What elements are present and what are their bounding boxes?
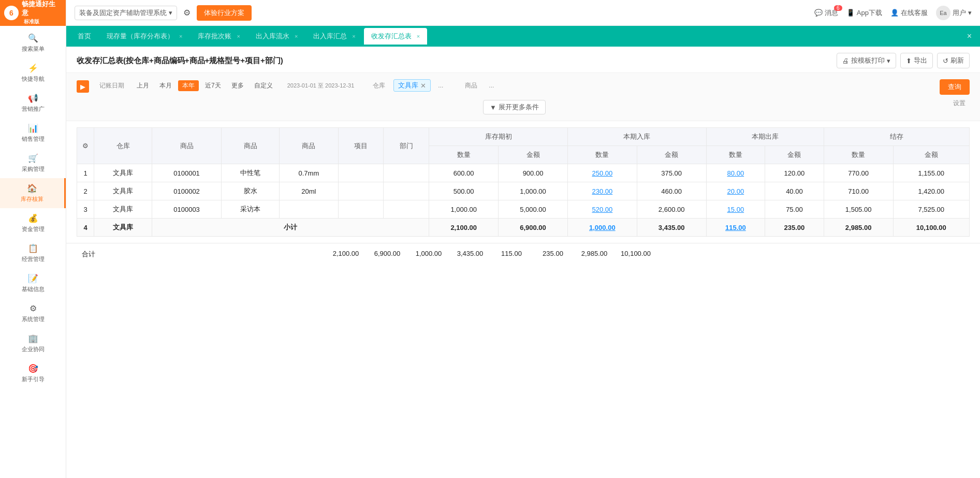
query-btn[interactable]: 查询 [940, 79, 970, 95]
goods-label: 商品 [465, 81, 477, 90]
sidebar-item-operations[interactable]: 📋经营管理 [0, 238, 66, 268]
sidebar-item-inventory[interactable]: 🏠库存核算 [0, 178, 66, 208]
sidebar-item-finance[interactable]: 💰资金管理 [0, 208, 66, 238]
expand-btn[interactable]: ▼ 展开更多条件 [483, 100, 546, 114]
sidebar-item-enterprise[interactable]: 🏢企业协同 [0, 328, 66, 358]
th-dept: 部门 [384, 128, 429, 164]
total-out-qty: 115.00 [491, 248, 532, 261]
sidebar-item-marketing[interactable]: 📢营销推广 [0, 88, 66, 118]
marketing-icon: 📢 [28, 93, 38, 103]
date-btn-自定义[interactable]: 自定义 [250, 80, 277, 91]
row-in-qty[interactable]: 250.00 [567, 164, 637, 182]
total-init-amt: 6,900.00 [367, 248, 408, 261]
tab-flow[interactable]: 出入库流水× [248, 28, 305, 45]
total-in-amt: 3,435.00 [449, 248, 491, 261]
quick-nav-icon: ⚡ [28, 63, 38, 73]
finance-icon: 💰 [28, 213, 38, 223]
sub-out-qty: 115.00 [706, 219, 765, 237]
th-project: 项目 [338, 128, 384, 164]
date-btn-更多[interactable]: 更多 [227, 80, 248, 91]
sidebar-label-finance: 资金管理 [22, 225, 45, 233]
print-icon: 🖨 [842, 57, 849, 65]
tab-home[interactable]: 首页 [70, 28, 98, 45]
expand-label: 展开更多条件 [499, 103, 539, 112]
sidebar-item-guide[interactable]: 🎯新手引导 [0, 358, 66, 388]
total-empty3 [201, 248, 242, 261]
page-inner: 收发存汇总表(按仓库+商品编码+商品+规格型号+项目+部门) 🖨 按模板打印 ▾… [66, 47, 980, 478]
row-in-qty[interactable]: 230.00 [567, 182, 637, 200]
date-btn-近7天[interactable]: 近7天 [201, 80, 225, 91]
settings-icon[interactable]: ⚙ [183, 8, 191, 18]
goods-more-btn[interactable]: ... [486, 81, 497, 90]
tab-recv-summary[interactable]: 收发存汇总表× [364, 28, 427, 45]
sub-init-amt: 6,900.00 [499, 219, 568, 237]
row-bal-qty: 770.00 [824, 164, 893, 182]
th-in-stock: 本期入库 [567, 128, 706, 146]
operations-icon: 📋 [28, 243, 38, 253]
user-item[interactable]: Ea 用户 ▾ [936, 6, 972, 20]
tab-close-flow[interactable]: × [295, 33, 298, 39]
row-dept [384, 182, 429, 200]
warehouse-more-btn[interactable]: ... [435, 81, 446, 90]
row-init-qty: 1,000.00 [429, 200, 499, 219]
row-out-qty[interactable]: 80.00 [706, 164, 765, 182]
th-settings[interactable]: ⚙ [77, 128, 94, 164]
tab-label-batch: 库存批次账 [198, 32, 231, 41]
th-warehouse: 仓库 [94, 128, 152, 164]
experience-btn[interactable]: 体验行业方案 [197, 5, 252, 21]
system-title-dropdown[interactable]: 装备及固定资产辅助管理系统 ▾ [75, 6, 177, 20]
row-warehouse: 文具库 [94, 182, 152, 200]
export-btn[interactable]: ⬆ 导出 [900, 53, 933, 68]
messages-item[interactable]: 💬 消息 6 [814, 8, 838, 18]
total-init-qty: 2,100.00 [325, 248, 367, 261]
filter-toggle[interactable]: ▶ [77, 80, 89, 93]
tabbar-close-btn[interactable]: × [963, 32, 976, 41]
main-area: 装备及固定资产辅助管理系统 ▾ ⚙ 体验行业方案 💬 消息 6 📱 App下载 … [66, 0, 980, 478]
guide-icon: 🎯 [28, 364, 38, 373]
th-in-amt: 金额 [637, 146, 706, 164]
online-service-item[interactable]: 👤 在线客服 [890, 8, 928, 18]
sales-icon: 📊 [28, 123, 38, 133]
tab-inventory-dist[interactable]: 现存量（库存分布表）× [99, 28, 189, 45]
tab-close-batch[interactable]: × [237, 33, 240, 39]
date-btn-上月[interactable]: 上月 [133, 80, 153, 91]
sidebar-label-quick-nav: 快捷导航 [22, 75, 45, 83]
table-container: ⚙ 仓库 商品 商品 商品 项目 部门 库存期初 本期入库 本期出库 结存 [66, 121, 980, 243]
total-empty5 [284, 248, 325, 261]
user-label: 用户 [953, 8, 966, 18]
row-in-qty[interactable]: 520.00 [567, 200, 637, 219]
row-no: 2 [77, 182, 94, 200]
th-out-qty: 数量 [706, 146, 765, 164]
app-download-item[interactable]: 📱 App下载 [846, 8, 882, 18]
total-empty1 [118, 248, 159, 261]
table-row: 1 文具库 0100001 中性笔 0.7mm 600.00 900.00 25… [77, 164, 970, 182]
date-btn-本年[interactable]: 本年 [178, 80, 199, 91]
print-label: 按模板打印 [851, 56, 885, 65]
sidebar-item-sales[interactable]: 📊销售管理 [0, 118, 66, 148]
th-out-amt: 金额 [765, 146, 824, 164]
sidebar-item-search[interactable]: 🔍搜索菜单 [0, 28, 66, 58]
tab-summary[interactable]: 出入库汇总× [306, 28, 362, 45]
refresh-btn[interactable]: ↺ 刷新 [937, 53, 970, 68]
row-out-qty[interactable]: 20.00 [706, 182, 765, 200]
warehouse-tag-close[interactable]: ✕ [420, 82, 426, 90]
filter-section: ▶ 记账日期 上月本月本年近7天更多自定义 2023-01-01 至 2023-… [77, 79, 970, 114]
tab-close-inventory-dist[interactable]: × [179, 33, 182, 39]
total-label: 合计 [77, 248, 118, 261]
date-btn-本月[interactable]: 本月 [155, 80, 176, 91]
row-out-qty[interactable]: 15.00 [706, 200, 765, 219]
tab-batch[interactable]: 库存批次账× [191, 28, 247, 45]
settings-link[interactable]: 设置 [949, 97, 970, 110]
sidebar-item-quick-nav[interactable]: ⚡快捷导航 [0, 58, 66, 88]
sidebar-item-purchase[interactable]: 🛒采购管理 [0, 148, 66, 178]
warehouse-tag[interactable]: 文具库 ✕ [393, 79, 431, 92]
th-code: 商品 [152, 128, 222, 164]
print-btn[interactable]: 🖨 按模板打印 ▾ [837, 53, 896, 68]
tab-close-summary[interactable]: × [352, 33, 355, 39]
tab-close-recv-summary[interactable]: × [417, 33, 420, 39]
th-init-qty: 数量 [429, 146, 499, 164]
sidebar-item-system[interactable]: ⚙系统管理 [0, 298, 66, 328]
message-icon: 💬 [814, 9, 823, 17]
row-no: 3 [77, 200, 94, 219]
sidebar-item-base-info[interactable]: 📝基础信息 [0, 268, 66, 298]
